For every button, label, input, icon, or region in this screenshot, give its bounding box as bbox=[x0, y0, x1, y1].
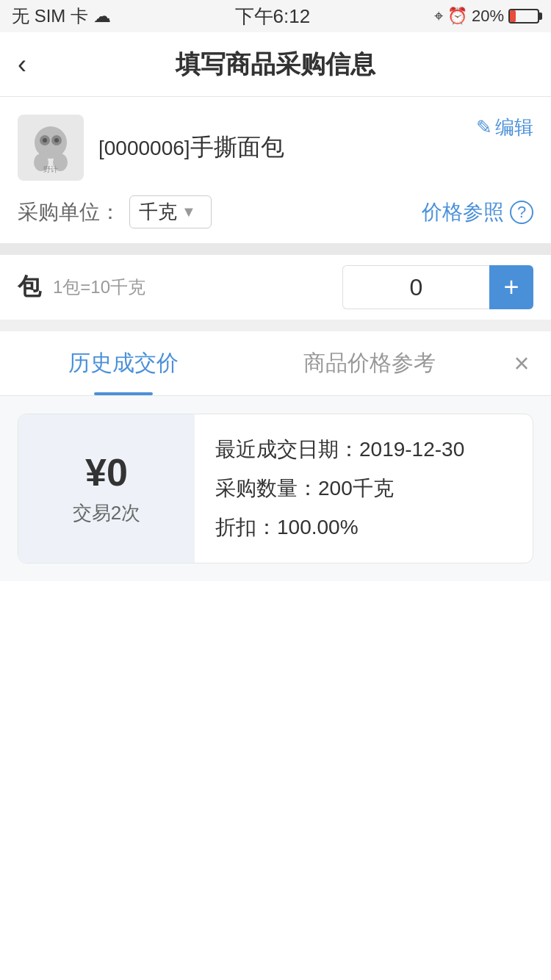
status-bar: 无 SIM 卡 ☁ 下午6:12 ⌖ ⏰ 20% bbox=[0, 0, 551, 32]
sim-label: 无 SIM 卡 ☁ bbox=[12, 4, 111, 28]
product-thumbnail: 野计 bbox=[18, 115, 84, 181]
nav-header: ‹ 填写商品采购信息 bbox=[0, 32, 551, 97]
battery-pct: 20% bbox=[472, 7, 504, 26]
qty-row: 采购数量：200千克 bbox=[215, 474, 512, 502]
product-bottom: 采购单位： 千克 ▼ 价格参照 ? bbox=[18, 195, 533, 228]
svg-text:野计: 野计 bbox=[43, 165, 58, 173]
tab-price-ref[interactable]: 商品价格参考 bbox=[246, 331, 492, 395]
quantity-input[interactable] bbox=[342, 265, 489, 309]
qty-value: 200千克 bbox=[318, 477, 394, 500]
tab-price-ref-label: 商品价格参考 bbox=[303, 348, 436, 378]
history-left: ¥0 交易2次 bbox=[18, 414, 195, 563]
discount-value: 100.00% bbox=[277, 516, 359, 538]
product-info: 野计 [0000006]手撕面包 bbox=[18, 115, 284, 181]
history-right: 最近成交日期：2019-12-30 采购数量：200千克 折扣：100.00% bbox=[195, 414, 533, 563]
tab-bar: 历史成交价 商品价格参考 × bbox=[0, 331, 551, 396]
unit-value: 千克 bbox=[139, 199, 177, 225]
history-price: ¥0 bbox=[85, 450, 128, 494]
battery-icon bbox=[508, 9, 539, 24]
quantity-plus-button[interactable]: + bbox=[489, 265, 533, 309]
edit-button[interactable]: ✎ 编辑 bbox=[476, 115, 533, 140]
edit-icon: ✎ bbox=[476, 116, 492, 139]
history-list: ¥0 交易2次 最近成交日期：2019-12-30 采购数量：200千克 折扣：… bbox=[0, 396, 551, 581]
quantity-row: 包 1包=10千克 + bbox=[0, 255, 551, 320]
product-image-icon: 野计 bbox=[25, 122, 76, 173]
recent-date-value: 2019-12-30 bbox=[359, 438, 464, 461]
tab-history-label: 历史成交价 bbox=[68, 348, 179, 378]
discount-row: 折扣：100.00% bbox=[215, 513, 512, 541]
bottom-space bbox=[0, 581, 551, 980]
product-name: [0000006]手撕面包 bbox=[98, 131, 284, 164]
unit-select[interactable]: 千克 ▼ bbox=[129, 195, 212, 228]
unit-hint: 1包=10千克 bbox=[53, 275, 145, 299]
alarm-icon: ⏰ bbox=[447, 7, 467, 26]
battery-fill bbox=[510, 10, 516, 22]
edit-label: 编辑 bbox=[495, 115, 533, 140]
svg-point-4 bbox=[54, 138, 59, 143]
price-ref-label: 价格参照 bbox=[422, 198, 504, 226]
unit-area: 采购单位： 千克 ▼ bbox=[18, 195, 212, 228]
tab-history-price[interactable]: 历史成交价 bbox=[0, 331, 246, 395]
svg-point-3 bbox=[43, 138, 47, 143]
divider bbox=[0, 243, 551, 255]
chevron-down-icon: ▼ bbox=[181, 203, 196, 220]
quantity-input-area: + bbox=[342, 265, 533, 309]
help-icon: ? bbox=[510, 201, 533, 224]
product-code: [0000006] bbox=[98, 137, 190, 159]
status-time: 下午6:12 bbox=[235, 4, 311, 29]
page-title: 填写商品采购信息 bbox=[176, 48, 375, 82]
discount-label: 折扣： bbox=[215, 516, 277, 538]
status-right: ⌖ ⏰ 20% bbox=[434, 7, 539, 26]
back-button[interactable]: ‹ bbox=[18, 49, 26, 80]
price-ref-button[interactable]: 价格参照 ? bbox=[422, 198, 533, 226]
qty-label: 采购数量： bbox=[215, 477, 318, 500]
location-icon: ⌖ bbox=[434, 7, 443, 26]
panel: 历史成交价 商品价格参考 × ¥0 交易2次 最近成交日期：2019-12-30… bbox=[0, 331, 551, 581]
quantity-label: 包 1包=10千克 bbox=[18, 271, 145, 303]
unit-badge: 包 bbox=[18, 271, 41, 303]
product-card: 野计 [0000006]手撕面包 ✎ 编辑 采购单位： 千克 ▼ 价格参照 ? bbox=[0, 97, 551, 243]
product-top: 野计 [0000006]手撕面包 ✎ 编辑 bbox=[18, 115, 533, 181]
history-card: ¥0 交易2次 最近成交日期：2019-12-30 采购数量：200千克 折扣：… bbox=[18, 414, 533, 563]
trade-count: 交易2次 bbox=[73, 500, 140, 526]
tab-close-button[interactable]: × bbox=[492, 348, 551, 379]
unit-label: 采购单位： bbox=[18, 198, 120, 226]
product-title: 手撕面包 bbox=[190, 134, 284, 160]
recent-date-row: 最近成交日期：2019-12-30 bbox=[215, 435, 512, 464]
recent-date-label: 最近成交日期： bbox=[215, 438, 359, 461]
status-left: 无 SIM 卡 ☁ bbox=[12, 4, 111, 28]
